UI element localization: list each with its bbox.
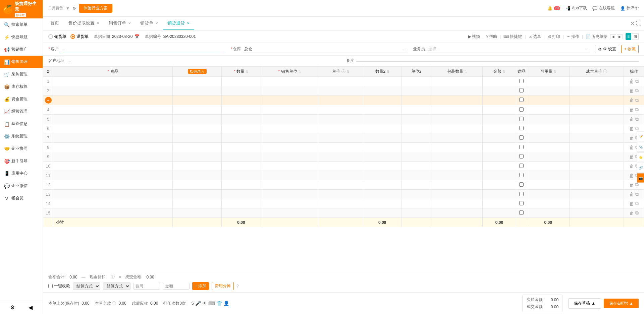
delete-icon[interactable]: 🗑 [629,117,634,122]
star-btn[interactable]: ⭐ [637,152,644,162]
amount-sort-icon[interactable]: ⇅ [502,70,505,73]
qty2-sort-icon[interactable]: ⇅ [387,70,389,73]
sidebar-item-inventory[interactable]: 📦 库存核算 [0,80,43,93]
copy-icon[interactable]: ⧉ [635,116,639,122]
dropdown-icon[interactable]: ▼ [66,6,70,11]
qr-btn[interactable]: 📷 [637,173,644,183]
th-gear[interactable]: ⚙ [43,67,53,77]
add-payment-btn[interactable]: + 添加 [192,282,209,290]
customer-input[interactable]: ... [61,46,225,52]
tab-sale-return[interactable]: 销货退货 ✕ [163,17,194,30]
address-input[interactable]: ... [66,58,341,64]
row-product[interactable] [53,77,173,86]
copy-icon[interactable]: ⧉ [635,201,639,206]
sidebar-item-operations[interactable]: 📈 经营管理 [0,105,43,118]
sidebar-item-system[interactable]: ⚙️ 系统管理 [0,130,43,142]
scan-btn[interactable]: 扫码录入 [188,69,207,74]
save-new-btn[interactable]: 保存&新增 ▲ [604,299,639,308]
account-select[interactable]: 结算方式 [103,282,130,290]
shortcut-btn[interactable]: ⌨ 快捷键 [503,34,522,40]
delete-icon[interactable]: 🗑 [629,98,634,103]
radio-sale[interactable]: 销货单 [48,34,66,40]
help-btn[interactable]: ? 帮助 [486,34,497,40]
operate-btn[interactable]: ⋯ 操作 [567,34,579,40]
copy-icon[interactable]: ⧉ [635,98,639,103]
app-download-btn[interactable]: 📲 App下载 [566,5,587,11]
delete-icon[interactable]: 🗑 [629,145,634,150]
copy-icon[interactable]: ⧉ [635,182,639,188]
tab-maximize[interactable]: ⛶ [636,20,641,26]
select-btn[interactable]: ☑ 选单 [529,34,541,40]
tab-sale-delivery[interactable]: 销货单 ✕ [136,17,163,30]
unit-price-info-icon[interactable]: ⓘ [341,69,345,74]
sidebar-item-enterprise[interactable]: 🤝 企业协同 [0,142,43,155]
tab-sale-order[interactable]: 销售订单 ✕ [104,17,136,30]
delete-icon[interactable]: 🗑 [629,210,634,216]
sidebar-collapse-icon[interactable]: ◀ [29,304,33,311]
delete-icon[interactable]: 🗑 [629,192,634,197]
one-click-payment[interactable]: 一键收款 [48,283,70,289]
user-icon2[interactable]: 👤 [223,301,229,306]
form-settings-btn[interactable]: ⚙ ⚙ 设置 [595,45,619,53]
radio-return[interactable]: 退货单 [70,34,89,40]
copy-icon[interactable]: ⧉ [635,210,639,216]
grid-view-btn[interactable]: ⊞ [632,33,639,40]
online-service-btn[interactable]: 💬 在线客服 [592,5,615,11]
sidebar-settings-icon[interactable]: ⚙ [10,304,15,311]
amount-input[interactable] [163,283,190,290]
delete-icon[interactable]: 🗑 [629,164,634,169]
experience-btn[interactable]: 体验行业方案 [79,4,112,13]
column-settings-icon[interactable]: ⚙ [46,69,50,74]
print-btn[interactable]: 🖨 打印 [547,34,560,40]
copy-icon[interactable]: ⧉ [635,107,639,113]
status-1-info[interactable]: ⓘ [112,301,116,306]
sidebar-item-guide[interactable]: 🎯 新手引导 [0,155,43,167]
delete-icon[interactable]: 🗑 [629,154,634,160]
delete-icon[interactable]: 🗑 [629,126,634,131]
attachment-btn[interactable]: 📎 [637,142,644,151]
copy-icon[interactable]: ⧉ [635,191,639,197]
cash-discount-info-icon[interactable]: ⓘ [111,274,115,280]
sidebar-item-marketing[interactable]: 📢 营销推广 [0,43,43,56]
tab-home[interactable]: 首页 [46,17,64,30]
copy-icon[interactable]: ⧉ [635,78,639,84]
delete-icon[interactable]: 🗑 [629,79,634,84]
th-scan[interactable]: 扫码录入 [173,67,222,77]
history-btn[interactable]: 📄 历史单据 [586,34,607,40]
delete-icon[interactable]: 🗑 [629,201,634,206]
sidebar-item-basic-info[interactable]: 📋 基础信息 [0,118,43,130]
tab-close-sale-return[interactable]: ✕ [187,21,190,25]
notification-btn[interactable]: 🔔 70 [547,6,560,11]
sidebar-item-quick-nav[interactable]: ⚡ 快捷导航 [0,31,43,43]
sidebar-item-finance[interactable]: 💰 资金管理 [0,93,43,105]
sidebar-item-sales[interactable]: 📊 销售管理 [0,56,43,68]
sougou-icon[interactable]: S [191,301,194,306]
mic-icon[interactable]: 🎤 [195,301,201,306]
warehouse-input[interactable]: 总仓 ... [243,46,408,53]
calendar-icon[interactable]: 📅 [135,34,140,39]
sidebar-item-app-center[interactable]: 📱 应用中心 [0,167,43,180]
sidebar-item-enterprise-wechat[interactable]: 💬 企业微信 [0,180,43,192]
prev-btn[interactable]: ◀ [610,34,616,39]
save-draft-dropdown-icon[interactable]: ▲ [591,301,595,306]
save-draft-btn[interactable]: 保存草稿 ▲ [568,298,601,309]
tab-close-sale-delivery[interactable]: ✕ [155,21,158,25]
remark-input[interactable] [356,60,639,62]
delete-icon[interactable]: 🗑 [629,173,634,178]
cost-info-icon[interactable]: ⓘ [603,69,607,74]
one-click-checkbox[interactable] [48,284,53,288]
tab-close-sale-price[interactable]: ✕ [97,21,99,25]
settle-method-select[interactable]: 结算方式 [73,282,100,290]
pkg-sort-icon[interactable]: ⇅ [464,70,467,73]
delete-icon[interactable]: 🗑 [629,107,634,113]
user-btn[interactable]: 👤 徐泽华 [620,5,639,11]
keyboard-icon2[interactable]: ⌨ [208,301,215,306]
copy-icon[interactable]: ⧉ [635,88,639,93]
product-input-active[interactable] [55,98,171,103]
price-sort-icon[interactable]: ⇅ [346,70,349,73]
eye-icon[interactable]: 👁 [202,301,207,306]
sidebar-item-member[interactable]: V 畅会员 [0,192,43,204]
settings-icon[interactable]: ⚙ [72,6,76,11]
tab-close-all[interactable]: ✕ [630,20,635,27]
delete-icon[interactable]: 🗑 [629,182,634,188]
